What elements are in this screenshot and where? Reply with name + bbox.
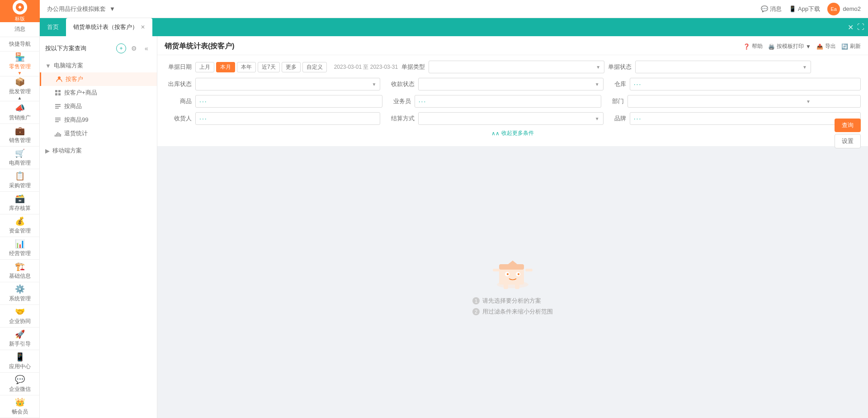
sidebar-item-wholesale[interactable]: 📦 批发管理 ▲	[0, 76, 40, 101]
svg-rect-19	[499, 264, 524, 270]
page-header: 销货单统计表(按客户) ❓ 帮助 🖨️ 按模板打印 ▼ 📤 导出	[157, 36, 868, 55]
warehouse-select[interactable]: ···	[630, 78, 861, 90]
department-arrow: ▼	[806, 99, 811, 104]
user-info[interactable]: Ea demo2	[827, 3, 861, 15]
ecommerce-icon: 🛒	[15, 148, 25, 158]
sidebar-item-purchase[interactable]: 📋 采购管理	[0, 169, 40, 192]
operations-icon: 📊	[15, 239, 25, 249]
avatar-text: Ea	[831, 6, 837, 12]
tab-home[interactable]: 首页	[40, 18, 66, 36]
help-icon: ❓	[743, 43, 750, 50]
tree-child-customer-goods[interactable]: 按客户+商品	[40, 86, 157, 100]
close-window-icon[interactable]: ✕	[848, 23, 854, 32]
scheme-settings-icon[interactable]: ⚙	[129, 43, 139, 53]
marketing-label: 营销推广	[9, 114, 31, 122]
search-button[interactable]: 查询	[835, 119, 861, 132]
last-7-btn[interactable]: 近7天	[258, 62, 280, 72]
sidebar-item-finance[interactable]: 💰 资金管理	[0, 214, 40, 237]
ecommerce-label: 电商管理	[9, 159, 31, 167]
print-btn[interactable]: 🖨️ 按模板打印 ▼	[768, 43, 811, 50]
sidebar-item-retail[interactable]: 🏪 零售管理 ▼	[0, 52, 40, 76]
tree-desktop-item[interactable]: ▼ 电脑端方案	[40, 59, 157, 72]
svg-rect-12	[55, 135, 56, 137]
empty-illustration	[486, 246, 540, 291]
receipt-status-select[interactable]: ▼	[418, 78, 603, 90]
by-goods-99-label: 按商品99	[64, 116, 88, 124]
help-label: 帮助	[752, 43, 763, 50]
wholesale-arrow: ▲	[18, 95, 22, 100]
sidebar-item-marketing[interactable]: 📣 营销推广	[0, 101, 40, 124]
refresh-btn[interactable]: 🔄 刷新	[841, 43, 861, 50]
sidebar-item-base[interactable]: 🏗️ 基础信息	[0, 260, 40, 282]
tree-desktop: ▼ 电脑端方案 按客户	[40, 57, 157, 142]
sidebar-item-member[interactable]: 👑 畅会员	[0, 395, 40, 418]
sidebar-item-inventory[interactable]: 🗃️ 库存核算	[0, 192, 40, 214]
settlement-select[interactable]: ▼	[418, 112, 603, 125]
marketing-icon: 📣	[15, 103, 25, 113]
message-label: 消息	[770, 5, 782, 13]
bill-type-arrow: ▼	[596, 65, 600, 70]
svg-rect-16	[60, 134, 61, 137]
sidebar-item-appcenter[interactable]: 📱 应用中心	[0, 350, 40, 373]
last-month-btn[interactable]: 上月	[195, 62, 214, 72]
tree-child-by-customer[interactable]: 按客户	[40, 72, 157, 86]
finance-label: 资金管理	[9, 227, 31, 235]
tree-child-by-goods[interactable]: 按商品	[40, 100, 157, 113]
mobile-tree-label: 移动端方案	[52, 147, 82, 155]
bill-type-select[interactable]: ▼	[429, 61, 604, 73]
customer-goods-label: 按客户+商品	[64, 89, 97, 97]
settlement-label: 结算方式	[391, 114, 415, 123]
tab-sales-stats[interactable]: 销货单统计表（按客户） ✕	[66, 18, 152, 36]
customer-scheme-icon	[56, 76, 63, 83]
sidebar-item-enterprise[interactable]: 🤝 企业协同	[0, 305, 40, 328]
settings-button[interactable]: 设置	[835, 134, 861, 148]
receiver-select[interactable]: ···	[195, 112, 380, 125]
tab-close-icon[interactable]: ✕	[141, 24, 145, 30]
tree-mobile-item[interactable]: ▶ 移动端方案	[40, 144, 157, 157]
app-download-label: App下载	[798, 5, 820, 13]
mobile-tree-arrow: ▶	[45, 147, 50, 154]
salesperson-select[interactable]: ···	[415, 95, 602, 108]
sidebar-item-sales[interactable]: 💼 销售管理	[0, 124, 40, 147]
sidebar-item-system[interactable]: ⚙️ 系统管理	[0, 282, 40, 305]
more-btn[interactable]: 更多	[282, 62, 301, 72]
logo-icon	[13, 0, 27, 14]
bill-status-select[interactable]: ▼	[635, 61, 811, 73]
refresh-icon: 🔄	[841, 43, 848, 50]
purchase-label: 采购管理	[9, 182, 31, 190]
filter-goods-row: 商品 ··· 业务员 ··· 部门 ▼	[165, 95, 861, 108]
sidebar-item-operations[interactable]: 📊 经营管理	[0, 237, 40, 260]
app-download-btn[interactable]: 📱 App下载	[789, 5, 820, 13]
collapse-panel-icon[interactable]: «	[142, 43, 151, 53]
tab-sales-stats-label: 销货单统计表（按客户）	[73, 23, 138, 31]
add-scheme-btn[interactable]: +	[116, 43, 126, 53]
retail-arrow: ▼	[18, 71, 22, 76]
customer-goods-icon	[54, 89, 61, 96]
sidebar-item-newuser[interactable]: 🚀 新手引导	[0, 328, 40, 350]
out-status-select[interactable]: ▼	[195, 78, 380, 90]
content-area: 按以下方案查询 + ⚙ « ▼ 电脑端方案	[40, 36, 868, 418]
department-select[interactable]: ▼	[627, 95, 861, 108]
collapse-btn[interactable]: ∧∧ 收起更多条件	[491, 129, 534, 137]
export-btn[interactable]: 📤 导出	[816, 43, 836, 50]
search-menu-label: 消息	[14, 25, 25, 33]
top-header: 办公用品行业模拟账套 ▼ 💬 消息 📱 App下载 Ea demo2	[40, 0, 868, 18]
help-btn[interactable]: ❓ 帮助	[743, 43, 763, 50]
message-btn[interactable]: 💬 消息	[761, 5, 782, 13]
this-year-btn[interactable]: 本年	[237, 62, 256, 72]
this-month-btn[interactable]: 本月	[216, 62, 235, 72]
goods-select[interactable]: ···	[195, 95, 382, 108]
search-menu-item[interactable]: 消息	[0, 22, 40, 37]
quick-nav-item[interactable]: 快捷导航	[0, 37, 40, 52]
tree-mobile: ▶ 移动端方案	[40, 142, 157, 159]
tree-child-by-goods-99[interactable]: 按商品99	[40, 113, 157, 127]
retail-icon: 🏪	[15, 52, 25, 62]
retail-label: 零售管理	[9, 63, 31, 71]
custom-btn[interactable]: 自定义	[302, 62, 327, 72]
tree-child-return-stats[interactable]: 退货统计	[40, 127, 157, 140]
brand-select[interactable]: ···	[630, 112, 861, 125]
sidebar-item-wechat[interactable]: 💬 企业微信	[0, 373, 40, 395]
maximize-icon[interactable]: ⛶	[857, 23, 864, 31]
sidebar-item-ecommerce[interactable]: 🛒 电商管理	[0, 147, 40, 169]
receipt-status-label: 收款状态	[391, 80, 415, 88]
